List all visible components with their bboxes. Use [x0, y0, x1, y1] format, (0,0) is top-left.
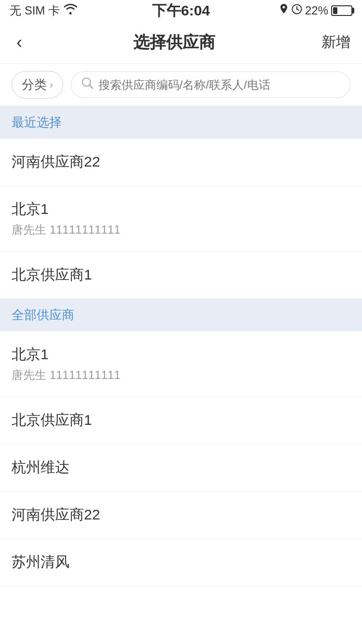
chevron-right-icon: ›	[50, 79, 53, 90]
search-input[interactable]	[98, 78, 340, 92]
list-item[interactable]: 杭州维达	[0, 444, 362, 491]
section-header-0: 最近选择	[0, 106, 362, 139]
status-left: 无 SIM 卡	[10, 3, 77, 18]
item-name: 北京供应商1	[12, 265, 350, 285]
category-button[interactable]: 分类 ›	[12, 71, 63, 98]
item-name: 北京1	[12, 199, 350, 219]
item-sub: 唐先生 11111111111	[12, 222, 350, 238]
item-name: 北京1	[12, 345, 350, 364]
battery-icon	[331, 5, 352, 16]
search-box[interactable]	[71, 71, 350, 98]
location-icon	[279, 4, 289, 17]
add-button[interactable]: 新增	[321, 32, 350, 52]
section-header-1: 全部供应商	[0, 299, 362, 331]
section-title-0: 最近选择	[12, 115, 62, 129]
filter-bar: 分类 ›	[0, 64, 362, 106]
clock-icon	[292, 4, 302, 17]
list-item[interactable]: 北京1唐先生 11111111111	[0, 331, 362, 397]
page-title: 选择供应商	[133, 31, 215, 54]
svg-line-2	[297, 9, 299, 10]
status-time: 下午6:04	[152, 1, 210, 21]
category-label: 分类	[22, 76, 47, 93]
nav-bar: ‹ 选择供应商 新增	[0, 21, 362, 64]
item-name: 河南供应商22	[12, 152, 350, 172]
back-button[interactable]: ‹	[12, 28, 27, 57]
list-item[interactable]: 北京1唐先生 11111111111	[0, 186, 362, 252]
svg-line-4	[89, 85, 93, 89]
search-icon	[81, 77, 94, 93]
battery-text: 22%	[305, 4, 328, 17]
item-name: 杭州维达	[12, 458, 350, 477]
wifi-icon	[64, 4, 77, 17]
item-name: 北京供应商1	[12, 410, 350, 430]
list-item[interactable]: 河南供应商22	[0, 491, 362, 539]
list-item[interactable]: 北京供应商1	[0, 397, 362, 444]
section-title-1: 全部供应商	[12, 308, 74, 322]
list-item[interactable]: 苏州清风	[0, 539, 362, 586]
status-right: 22%	[279, 4, 352, 17]
list-item[interactable]: 河南供应商22	[0, 139, 362, 186]
item-name: 河南供应商22	[12, 505, 350, 525]
list-item[interactable]: 北京供应商1	[0, 252, 362, 299]
supplier-list: 最近选择河南供应商22北京1唐先生 11111111111北京供应商1全部供应商…	[0, 106, 362, 586]
item-sub: 唐先生 11111111111	[12, 367, 350, 383]
status-bar: 无 SIM 卡 下午6:04 22%	[0, 0, 362, 21]
item-name: 苏州清风	[12, 552, 350, 572]
no-sim-text: 无 SIM 卡	[10, 3, 60, 18]
